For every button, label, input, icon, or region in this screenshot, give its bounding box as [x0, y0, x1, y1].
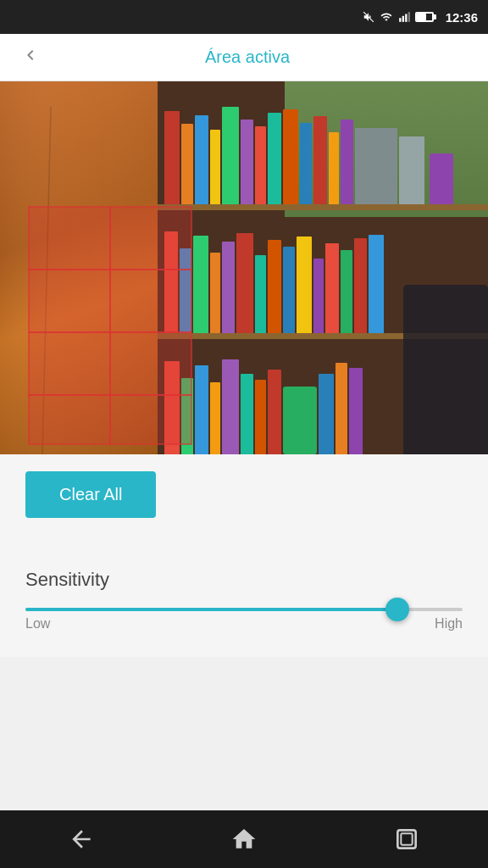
book	[181, 124, 193, 204]
book	[164, 361, 180, 454]
book	[195, 365, 208, 454]
book	[319, 374, 334, 454]
signal-icon	[398, 11, 410, 23]
svg-rect-3	[405, 14, 407, 22]
book	[222, 359, 239, 454]
book	[210, 130, 220, 204]
book	[222, 107, 239, 204]
book	[354, 238, 367, 333]
slider-low-label: Low	[25, 616, 50, 632]
book	[195, 115, 208, 204]
book	[210, 253, 220, 333]
book	[283, 247, 295, 333]
bag	[283, 387, 317, 454]
book	[241, 374, 253, 454]
svg-rect-4	[408, 12, 409, 22]
book	[283, 109, 298, 204]
book	[268, 240, 281, 333]
svg-rect-6	[0, 81, 165, 454]
nav-home-icon	[230, 826, 258, 853]
book	[399, 136, 424, 204]
nav-back-icon	[68, 826, 95, 853]
book	[222, 242, 235, 333]
book	[268, 113, 281, 204]
shelf-board-1	[158, 204, 488, 210]
book	[341, 120, 353, 204]
svg-rect-2	[402, 16, 403, 22]
book	[300, 123, 312, 204]
slider-fill	[25, 608, 397, 611]
header: Área activa	[0, 34, 488, 81]
bookshelf-bg	[158, 81, 488, 454]
back-button[interactable]	[14, 38, 47, 77]
page-title: Área activa	[51, 47, 444, 67]
mute-icon	[363, 11, 374, 23]
slider-high-label: High	[435, 616, 463, 632]
sensitivity-label: Sensitivity	[25, 569, 463, 591]
top-shelf	[158, 81, 488, 204]
camera-view[interactable]	[0, 81, 488, 454]
nav-bar	[0, 810, 488, 868]
book	[236, 233, 253, 333]
bookshelf-area	[158, 81, 488, 454]
book	[313, 259, 324, 333]
book	[369, 235, 384, 333]
wifi-icon	[380, 11, 393, 23]
book	[336, 363, 347, 454]
book	[329, 132, 339, 204]
book	[181, 378, 193, 454]
book	[349, 368, 363, 454]
status-bar: 12:36	[0, 0, 488, 34]
body-area: Clear All Sensitivity Low High	[0, 454, 488, 657]
battery-icon	[415, 12, 434, 22]
book	[255, 255, 266, 333]
book	[164, 111, 180, 204]
slider-thumb[interactable]	[385, 598, 409, 621]
cup	[430, 153, 453, 204]
slider-track	[25, 608, 463, 611]
wood-detail	[0, 81, 165, 454]
nav-home-button[interactable]	[210, 814, 278, 865]
book	[313, 116, 327, 204]
sensitivity-section: Sensitivity Low High	[25, 569, 463, 632]
book	[255, 380, 266, 454]
clear-all-button[interactable]: Clear All	[25, 471, 156, 518]
status-time: 12:36	[446, 10, 478, 25]
chair	[403, 285, 488, 454]
book	[355, 128, 397, 204]
nav-recents-icon	[393, 826, 420, 853]
status-icons: 12:36	[363, 10, 478, 25]
wood-panel	[0, 81, 165, 454]
book	[164, 231, 178, 333]
book	[341, 250, 352, 333]
book	[180, 248, 191, 333]
nav-back-button[interactable]	[47, 814, 115, 865]
svg-rect-1	[399, 18, 401, 22]
book	[297, 236, 312, 333]
svg-rect-17	[401, 833, 412, 844]
nav-recents-button[interactable]	[373, 814, 441, 865]
book	[325, 243, 339, 333]
book	[255, 126, 266, 204]
book	[210, 382, 220, 454]
book	[268, 370, 281, 454]
camera-scene	[0, 81, 488, 454]
book	[193, 236, 208, 333]
sensitivity-slider-container[interactable]: Low High	[25, 608, 463, 632]
book	[241, 120, 253, 204]
